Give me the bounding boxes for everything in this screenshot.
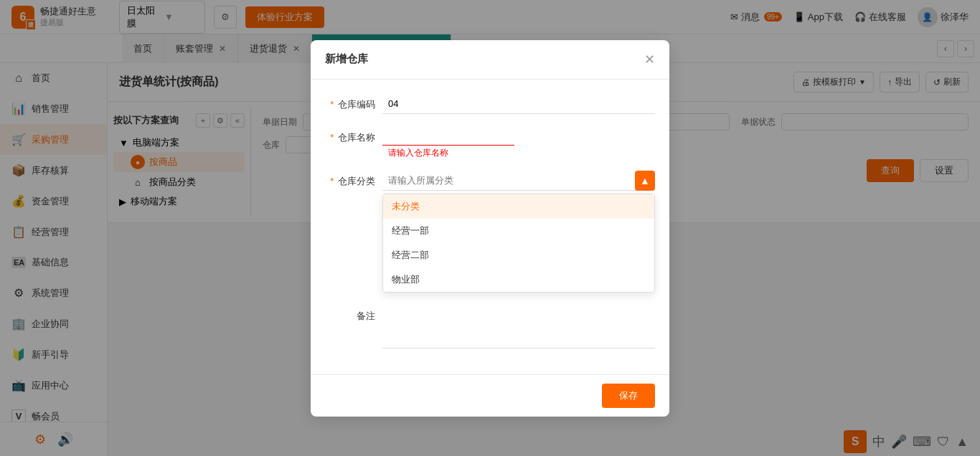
new-warehouse-modal: 新增仓库 ✕ * 仓库编码 * 仓库名称 (311, 40, 669, 417)
required-star-name: * (330, 132, 334, 143)
required-star-category: * (330, 176, 334, 186)
category-option-ops1[interactable]: 经营一部 (383, 219, 654, 243)
code-label: 仓库编码 (338, 99, 375, 110)
modal-close-button[interactable]: ✕ (644, 52, 655, 67)
name-error-msg: 请输入仓库名称 (388, 147, 448, 159)
name-form-row: * 仓库名称 请输入仓库名称 (325, 125, 655, 159)
category-input[interactable] (382, 171, 655, 191)
category-form-row: * 仓库分类 ▲ 未分类 经营一部 经营二部 物业部 (325, 171, 655, 191)
category-option-property[interactable]: 物业部 (383, 267, 654, 292)
category-dropdown: 未分类 经营一部 经营二部 物业部 (382, 194, 655, 293)
save-button[interactable]: 保存 (602, 384, 655, 408)
note-label: 备注 (357, 310, 375, 321)
category-toggle-button[interactable]: ▲ (635, 171, 655, 191)
code-input[interactable] (382, 94, 655, 114)
modal-footer: 保存 (311, 374, 669, 417)
required-star-code: * (330, 99, 334, 110)
note-textarea[interactable] (382, 305, 655, 348)
category-wrapper: ▲ 未分类 经营一部 经营二部 物业部 (382, 171, 655, 191)
modal-body: * 仓库编码 * 仓库名称 请输入仓库名称 * (311, 80, 669, 374)
code-form-row: * 仓库编码 (325, 94, 655, 114)
category-label: 仓库分类 (338, 176, 375, 186)
modal-header: 新增仓库 ✕ (311, 40, 669, 80)
note-form-row: 备注 (325, 305, 655, 348)
category-option-none[interactable]: 未分类 (383, 194, 654, 219)
category-option-ops2[interactable]: 经营二部 (383, 243, 654, 267)
modal-title: 新增仓库 (325, 52, 368, 66)
name-input[interactable] (382, 125, 514, 146)
name-label: 仓库名称 (338, 132, 375, 143)
modal-overlay[interactable]: 新增仓库 ✕ * 仓库编码 * 仓库名称 (0, 0, 980, 456)
